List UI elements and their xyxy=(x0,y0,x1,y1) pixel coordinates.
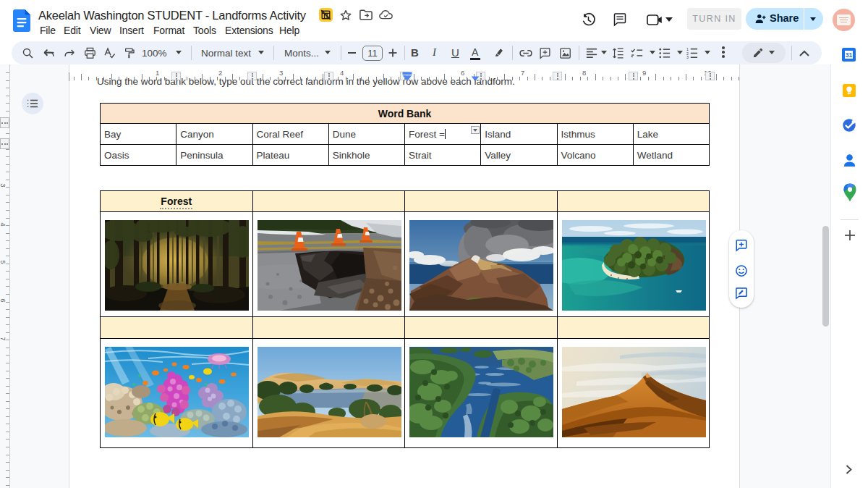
svg-text:3: 3 xyxy=(686,55,689,59)
svg-text:31: 31 xyxy=(846,51,853,59)
